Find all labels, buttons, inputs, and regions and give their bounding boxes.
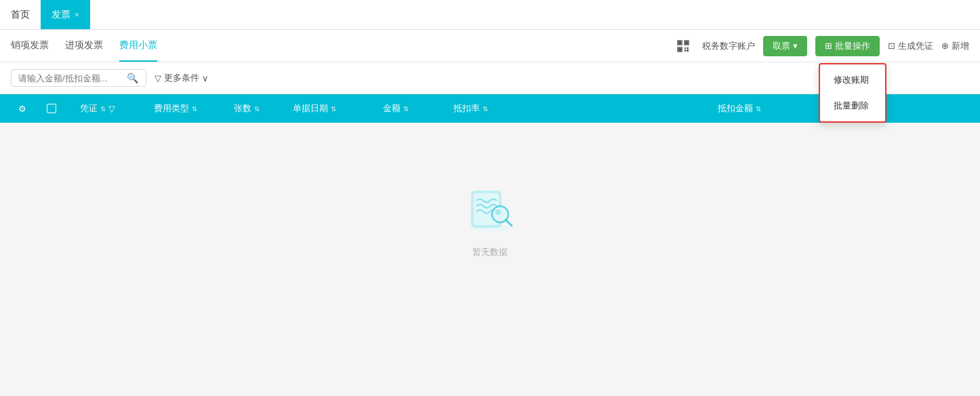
invoice-tab-close[interactable]: × (75, 10, 79, 20)
add-label: 新增 (952, 40, 969, 52)
add-icon: ⊕ (941, 41, 949, 51)
batch-operation-wrapper: ⊞ 批量操作 修改账期 批量删除 (815, 36, 880, 56)
search-icon[interactable]: 🔍 (127, 73, 138, 83)
sub-nav: 销项发票 进项发票 费用小票 税务数字账户 取票 ▾ (0, 30, 980, 62)
svg-point-15 (495, 210, 501, 215)
th-expense-type[interactable]: 费用类型 ⇅ (131, 102, 220, 115)
voucher-sort-icon: ⇅ (100, 105, 106, 113)
filter-icon: ▽ (155, 73, 161, 83)
th-expense-type-label: 费用类型 (154, 102, 189, 115)
filter-arrow: ∨ (202, 73, 209, 83)
qr-icon (676, 39, 690, 53)
svg-rect-5 (678, 48, 681, 51)
th-amount[interactable]: 金额 ⇅ (355, 102, 436, 115)
batch-delete-item[interactable]: 批量删除 (820, 93, 885, 119)
svg-rect-3 (685, 41, 688, 44)
search-box[interactable]: 🔍 (11, 69, 146, 87)
tax-account-button[interactable]: 税务数字账户 (702, 40, 755, 52)
count-sort-icon: ⇅ (254, 105, 260, 113)
settings-icon: ⚙ (18, 104, 26, 114)
invoice-tab[interactable]: 发票 × (41, 0, 90, 29)
qr-code-button[interactable] (672, 35, 694, 57)
empty-state: 暂无数据 (0, 123, 980, 313)
deduct-amount-sort-icon: ⇅ (756, 105, 761, 113)
expense-type-sort-icon: ⇅ (192, 105, 197, 113)
empty-icon (456, 177, 524, 238)
th-count-label: 张数 (234, 102, 251, 115)
th-checkbox[interactable] (39, 104, 64, 113)
voucher-icon: ⊡ (888, 41, 895, 51)
svg-rect-9 (687, 50, 689, 52)
modify-period-item[interactable]: 修改账期 (820, 67, 885, 93)
voucher-label: 生成凭证 (898, 40, 933, 52)
take-invoice-label: 取票 (773, 40, 790, 52)
batch-label: 批量操作 (835, 40, 870, 52)
th-date[interactable]: 单据日期 ⇅ (274, 102, 355, 115)
svg-rect-1 (678, 41, 681, 44)
add-button[interactable]: ⊕ 新增 (941, 40, 969, 52)
amount-sort-icon: ⇅ (403, 105, 409, 113)
deduct-rate-sort-icon: ⇅ (483, 105, 488, 113)
generate-voucher-button[interactable]: ⊡ 生成凭证 (888, 40, 933, 52)
invoice-tab-label: 发票 (52, 9, 70, 21)
take-invoice-button[interactable]: 取票 ▾ (763, 36, 807, 56)
svg-rect-7 (687, 47, 689, 49)
take-invoice-arrow: ▾ (793, 41, 798, 51)
th-deduct-amount-label: 抵扣金额 (718, 102, 753, 115)
tab-sales-invoice[interactable]: 销项发票 (11, 30, 49, 62)
filter-button[interactable]: ▽ 更多条件 ∨ (155, 72, 209, 84)
th-date-label: 单据日期 (293, 102, 328, 115)
batch-icon: ⊞ (825, 41, 832, 51)
th-settings[interactable]: ⚙ (5, 104, 39, 114)
search-input[interactable] (18, 73, 127, 83)
th-voucher[interactable]: 凭证 ⇅ ▽ (64, 102, 131, 115)
home-tab[interactable]: 首页 (0, 0, 41, 29)
header-checkbox[interactable] (47, 104, 56, 113)
batch-dropdown-menu: 修改账期 批量删除 (819, 63, 886, 123)
filter-label: 更多条件 (164, 72, 199, 84)
tab-purchase-invoice[interactable]: 进项发票 (65, 30, 103, 62)
th-amount-label: 金额 (383, 102, 401, 115)
svg-rect-6 (685, 47, 686, 49)
sub-nav-left: 销项发票 进项发票 费用小票 (11, 30, 157, 62)
batch-operation-button[interactable]: ⊞ 批量操作 (815, 36, 880, 56)
date-sort-icon: ⇅ (331, 105, 336, 113)
voucher-filter-icon[interactable]: ▽ (108, 104, 115, 114)
th-deduct-rate-label: 抵扣率 (453, 102, 480, 115)
svg-line-14 (506, 220, 512, 226)
th-count[interactable]: 张数 ⇅ (220, 102, 274, 115)
th-deduct-rate[interactable]: 抵扣率 ⇅ (436, 102, 504, 115)
th-voucher-label: 凭证 (80, 102, 98, 115)
top-nav: 首页 发票 × (0, 0, 980, 30)
empty-label: 暂无数据 (472, 246, 508, 258)
tab-expense-receipt[interactable]: 费用小票 (119, 30, 157, 62)
sub-nav-right: 税务数字账户 取票 ▾ ⊞ 批量操作 修改账期 批量删除 ⊡ 生成凭证 ⊕ 新增 (672, 35, 969, 57)
th-deduct-amount[interactable]: 抵扣金额 ⇅ (504, 102, 975, 115)
svg-rect-8 (685, 50, 686, 52)
